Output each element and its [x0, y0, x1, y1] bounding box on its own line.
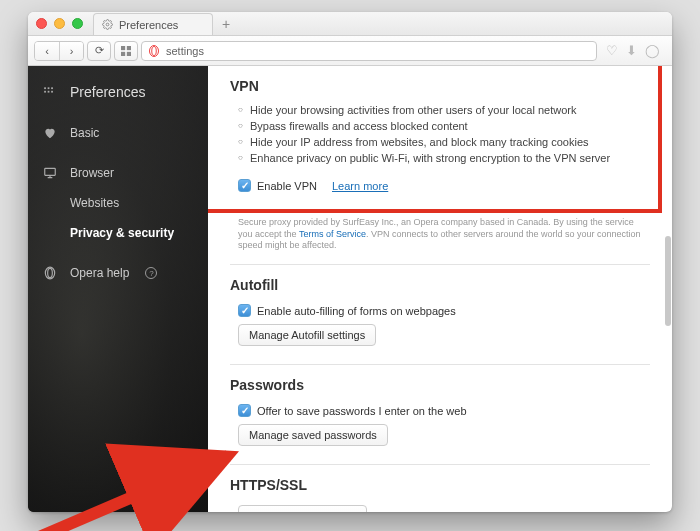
section-https-ssl: HTTPS/SSL Manage Certificates... Learn m… — [208, 465, 672, 512]
section-heading: HTTPS/SSL — [230, 477, 650, 493]
svg-rect-12 — [51, 91, 53, 93]
sidebar-item-label: Opera help — [70, 266, 129, 280]
section-passwords: Passwords Offer to save passwords I ente… — [208, 365, 672, 452]
sidebar-title: Preferences — [70, 84, 145, 100]
sidebar: Preferences Basic Browser — [28, 66, 208, 512]
monitor-icon — [42, 165, 58, 181]
titlebar: Preferences + — [28, 12, 672, 36]
reload-button[interactable]: ⟳ — [87, 41, 111, 61]
heart-icon[interactable]: ♡ — [606, 43, 618, 58]
scrollbar-thumb[interactable] — [665, 236, 671, 326]
enable-autofill-checkbox[interactable] — [238, 304, 251, 317]
section-heading: VPN — [230, 78, 636, 94]
svg-rect-10 — [44, 91, 46, 93]
vpn-bullet: Bypass firewalls and access blocked cont… — [238, 118, 636, 134]
svg-rect-1 — [121, 46, 125, 50]
svg-rect-4 — [127, 51, 131, 55]
sidebar-item-privacy-security[interactable]: Privacy & security — [28, 218, 208, 248]
section-vpn: VPN Hide your browsing activities from o… — [208, 66, 658, 201]
download-icon[interactable]: ⬇ — [626, 43, 637, 58]
sidebar-title-row: Preferences — [28, 76, 208, 108]
svg-rect-8 — [48, 87, 50, 89]
manage-autofill-button[interactable]: Manage Autofill settings — [238, 324, 376, 346]
vpn-bullet-list: Hide your browsing activities from other… — [230, 102, 636, 166]
svg-rect-13 — [45, 168, 56, 175]
vpn-fineprint: Secure proxy provided by SurfEasy Inc., … — [208, 213, 672, 252]
highlight-box: VPN Hide your browsing activities from o… — [208, 66, 662, 213]
section-heading: Autofill — [230, 277, 650, 293]
tab-strip: Preferences + — [93, 12, 239, 35]
svg-rect-2 — [127, 46, 131, 50]
sidebar-item-basic[interactable]: Basic — [28, 118, 208, 148]
minimize-window-button[interactable] — [54, 18, 65, 29]
section-heading: Passwords — [230, 377, 650, 393]
terms-of-service-link[interactable]: Terms of Service — [299, 229, 366, 239]
manage-passwords-button[interactable]: Manage saved passwords — [238, 424, 388, 446]
manage-certificates-button[interactable]: Manage Certificates... — [238, 505, 367, 512]
vpn-bullet: Hide your IP address from websites, and … — [238, 134, 636, 150]
maximize-window-button[interactable] — [72, 18, 83, 29]
section-autofill: Autofill Enable auto-filling of forms on… — [208, 265, 672, 352]
sync-icon[interactable]: ◯ — [645, 43, 660, 58]
enable-vpn-row: Enable VPN Learn more — [230, 176, 636, 195]
sidebar-item-label: Privacy & security — [70, 226, 174, 240]
back-button[interactable]: ‹ — [35, 42, 59, 60]
heart-icon — [42, 125, 58, 141]
tab-preferences[interactable]: Preferences — [93, 13, 213, 35]
sidebar-item-browser[interactable]: Browser — [28, 158, 208, 188]
svg-point-5 — [150, 45, 159, 56]
enable-vpn-checkbox[interactable] — [238, 179, 251, 192]
vpn-bullet: Enhance privacy on public Wi-Fi, with st… — [238, 150, 636, 166]
nav-button-group: ‹ › — [34, 41, 84, 61]
svg-rect-3 — [121, 51, 125, 55]
sidebar-item-websites[interactable]: Websites — [28, 188, 208, 218]
gear-icon — [102, 19, 113, 30]
svg-point-0 — [106, 23, 109, 26]
sidebar-item-label: Websites — [70, 196, 119, 210]
toolbar-right-icons: ♡ ⬇ ◯ — [600, 43, 666, 58]
enable-autofill-row: Enable auto-filling of forms on webpages — [230, 301, 650, 320]
https-learn-more-link[interactable]: Learn more — [376, 510, 432, 512]
window-controls — [36, 18, 83, 29]
svg-rect-11 — [48, 91, 50, 93]
svg-point-17 — [48, 268, 53, 277]
address-text: settings — [166, 45, 204, 57]
enable-vpn-label: Enable VPN — [257, 180, 317, 192]
sliders-icon — [42, 84, 58, 100]
opera-icon — [148, 45, 160, 57]
grid-icon — [121, 46, 131, 56]
vpn-learn-more-link[interactable]: Learn more — [332, 180, 388, 192]
enable-autofill-label: Enable auto-filling of forms on webpages — [257, 305, 456, 317]
svg-rect-7 — [44, 87, 46, 89]
address-bar[interactable]: settings — [141, 41, 597, 61]
opera-icon — [42, 265, 58, 281]
browser-window: Preferences + ‹ › ⟳ settings ♡ ⬇ ◯ — [28, 12, 672, 512]
close-window-button[interactable] — [36, 18, 47, 29]
speed-dial-button[interactable] — [114, 41, 138, 61]
offer-save-passwords-checkbox[interactable] — [238, 404, 251, 417]
offer-save-passwords-row: Offer to save passwords I enter on the w… — [230, 401, 650, 420]
vpn-bullet: Hide your browsing activities from other… — [238, 102, 636, 118]
tab-label: Preferences — [119, 19, 178, 31]
sidebar-item-label: Browser — [70, 166, 114, 180]
content-area: Preferences Basic Browser — [28, 66, 672, 512]
sidebar-item-label: Basic — [70, 126, 99, 140]
sidebar-item-opera-help[interactable]: Opera help ? — [28, 258, 208, 288]
offer-save-passwords-label: Offer to save passwords I enter on the w… — [257, 405, 467, 417]
new-tab-button[interactable]: + — [213, 13, 239, 35]
forward-button[interactable]: › — [59, 42, 83, 60]
help-icon: ? — [145, 267, 157, 279]
svg-rect-9 — [51, 87, 53, 89]
svg-point-6 — [152, 46, 157, 55]
main-panel: VPN Hide your browsing activities from o… — [208, 66, 672, 512]
toolbar: ‹ › ⟳ settings ♡ ⬇ ◯ — [28, 36, 672, 66]
